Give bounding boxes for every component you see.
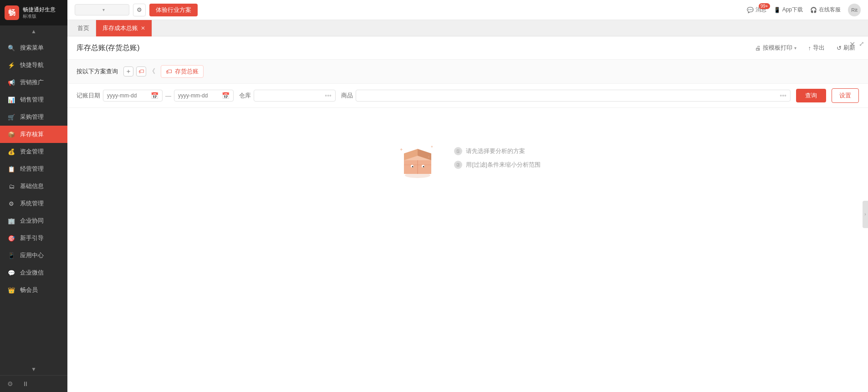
enterprise-icon: 🏢 [7,217,15,225]
sidebar-item-inventory[interactable]: 📦 库存核算 [0,126,67,143]
svg-text:✦: ✦ [430,145,434,149]
sidebar-item-purchase[interactable]: 🛒 采购管理 [0,108,67,126]
footer-audio-icon[interactable]: ⏸ [22,380,29,387]
user-avatar[interactable]: Rit [848,4,861,16]
right-panel-toggle[interactable]: › [863,201,868,228]
date-to-input[interactable]: 📅 [174,90,234,102]
sidebar-item-label: 经营管理 [20,165,44,173]
refresh-icon: ↺ [837,45,842,51]
main-area: ▾ ⚙ 体验行业方案 💬 消息 99+ 📱 App下载 🎧 在线客服 Rit [67,0,868,392]
newguide-icon: 🎯 [7,234,15,242]
filter-scheme-button[interactable]: 🏷 [136,66,146,76]
sidebar-item-finance[interactable]: 💰 资金管理 [0,143,67,160]
date-search-group: 记账日期 📅 — 📅 [77,90,234,102]
sidebar-item-appcenter[interactable]: 📱 应用中心 [0,247,67,264]
sidebar-item-label: 销售管理 [20,96,44,104]
tab-home[interactable]: 首页 [71,20,96,36]
calendar-from-icon[interactable]: 📅 [151,92,158,99]
sales-icon: 📊 [7,96,15,104]
warehouse-input[interactable]: ••• [254,90,336,102]
close-panel-icon[interactable]: ✕ [849,40,855,49]
warehouse-search-group: 仓库 ••• [239,90,336,102]
scroll-up-arrow[interactable]: ▲ [27,27,40,36]
member-icon: 👑 [7,286,15,294]
sidebar-item-system[interactable]: ⚙ 系统管理 [0,195,67,212]
search-button[interactable]: 查询 [796,89,826,102]
tip-text-1: 请先选择要分析的方案 [466,147,525,155]
breadcrumb[interactable]: ▾ [75,4,129,15]
tab-bar: 首页 库存成本总账 ✕ [67,20,868,36]
page-header: 库存总账(存货总账) 🖨 按模板打印 ▾ ↑ 导出 ↺ 刷新 [67,36,868,60]
operations-icon: 📋 [7,165,15,173]
footer-settings-icon[interactable]: ⚙ [7,380,13,387]
svg-text:✦: ✦ [399,147,403,152]
industry-solution-button[interactable]: 体验行业方案 [149,4,198,16]
sidebar-item-enterprise[interactable]: 🏢 企业协同 [0,212,67,229]
sidebar: 畅 畅捷通好生意 标准版 ▲ 🔍 搜索菜单 ⚡ 快捷导航 📢 营销推广 📊 销售… [0,0,67,392]
panel-toggle-icon: › [864,212,866,217]
logo-icon: 畅 [5,5,19,20]
filter-area: 按以下方案查询 ＋ 🏷 《 🏷 存货总账 [67,60,868,84]
scroll-down-arrow[interactable]: ▼ [27,365,40,373]
plus-icon: ＋ [125,67,132,76]
online-support-button[interactable]: 🎧 在线客服 [810,6,841,14]
tab-home-label: 首页 [77,24,89,32]
sidebar-item-marketing[interactable]: 📢 营销推广 [0,74,67,91]
page-container: 库存总账(存货总账) 🖨 按模板打印 ▾ ↑ 导出 ↺ 刷新 [67,36,868,392]
search-row: 记账日期 📅 — 📅 仓库 ••• [67,84,868,108]
sidebar-item-sales[interactable]: 📊 销售管理 [0,91,67,108]
sidebar-item-search[interactable]: 🔍 搜索菜单 [0,39,67,56]
sidebar-item-newguide[interactable]: 🎯 新手引导 [0,229,67,247]
setup-button[interactable]: 设置 [832,88,859,103]
product-input[interactable]: ••• [356,90,791,102]
message-icon: 💬 [747,7,754,13]
calendar-to-icon[interactable]: 📅 [222,92,230,99]
sidebar-item-label: 库存核算 [20,130,44,138]
filter-add-button[interactable]: ＋ [123,66,133,76]
filter-collapse-button[interactable]: 《 [149,67,155,76]
date-to-field[interactable] [178,92,219,99]
scheme-icon: 🏷 [138,68,144,75]
product-label: 商品 [341,92,353,100]
sidebar-item-corpwechat[interactable]: 💬 企业微信 [0,264,67,281]
export-label: 导出 [813,44,825,52]
filter-actions: ＋ 🏷 《 [123,66,155,76]
expand-panel-icon[interactable]: ⤢ [859,40,864,49]
tab-close-icon[interactable]: ✕ [141,25,145,31]
breadcrumb-dropdown-icon: ▾ [102,7,105,12]
app-download-button[interactable]: 📱 App下载 [774,6,803,14]
svg-point-13 [423,166,424,168]
sidebar-item-label: 新手引导 [20,234,44,242]
product-more-icon[interactable]: ••• [780,92,786,99]
date-from-field[interactable] [107,92,148,99]
inventory-icon: 📦 [7,130,15,138]
sidebar-item-label: 应用中心 [20,251,44,260]
sidebar-item-member[interactable]: 👑 畅会员 [0,281,67,299]
breadcrumb-text [79,6,101,14]
purchase-icon: 🛒 [7,113,15,121]
messages-button[interactable]: 💬 消息 99+ [747,6,766,14]
printer-icon: 🖨 [755,45,761,51]
date-from-input[interactable]: 📅 [103,90,163,102]
sidebar-item-operations[interactable]: 📋 经营管理 [0,160,67,178]
phone-icon: 📱 [774,7,781,13]
content-area: 库存总账(存货总账) 🖨 按模板打印 ▾ ↑ 导出 ↺ 刷新 [67,36,868,392]
corpwechat-icon: 💬 [7,269,15,277]
headset-icon: 🎧 [810,7,817,13]
empty-tips: ① 请先选择要分析的方案 ② 用[过滤]条件来缩小分析范围 [454,147,540,169]
sidebar-scroll-down[interactable]: ▼ [0,363,67,375]
settings-button[interactable]: ⚙ [133,4,146,16]
svg-text:✦: ✦ [428,156,430,158]
tab-inventory-ledger[interactable]: 库存成本总账 ✕ [96,20,152,36]
export-button[interactable]: ↑ 导出 [805,42,829,54]
date-separator: — [165,92,171,99]
sidebar-scroll-up[interactable]: ▲ [0,25,67,37]
empty-tip-2: ② 用[过滤]条件来缩小分析范围 [454,161,540,169]
print-template-label: 按模板打印 [763,44,792,52]
print-template-button[interactable]: 🖨 按模板打印 ▾ [751,42,800,54]
scheme-item[interactable]: 🏷 存货总账 [161,65,204,78]
sidebar-item-quicknav[interactable]: ⚡ 快捷导航 [0,56,67,74]
warehouse-more-icon[interactable]: ••• [325,92,332,99]
tip-text-2: 用[过滤]条件来缩小分析范围 [466,161,540,169]
sidebar-item-basic[interactable]: 🗂 基础信息 [0,178,67,195]
